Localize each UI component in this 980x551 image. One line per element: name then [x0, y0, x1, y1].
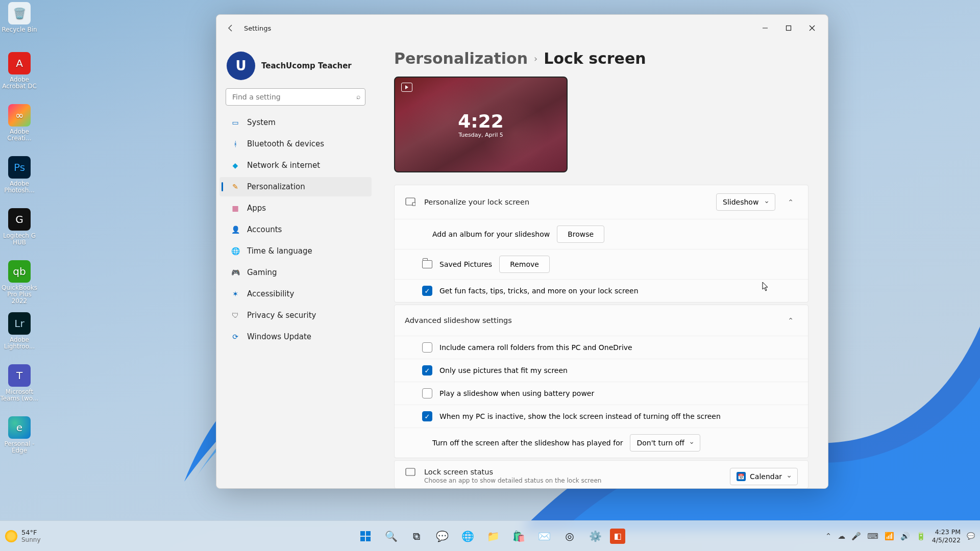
taskbar-clock[interactable]: 4:23 PM 4/5/2022 [932, 528, 961, 544]
desktop-icon-creative-cloud[interactable]: ∞Adobe Creati... [0, 104, 39, 142]
search-icon: ⌕ [356, 92, 360, 101]
nav-personalization[interactable]: ✎Personalization [219, 177, 372, 196]
svg-rect-5 [412, 203, 415, 206]
personalize-mode-dropdown[interactable]: Slideshow [716, 193, 775, 211]
app-icon[interactable]: ◎ [559, 525, 580, 547]
nav-privacy[interactable]: 🛡Privacy & security [219, 306, 372, 325]
svg-rect-6 [406, 468, 415, 475]
battery-label: Play a slideshow when using battery powe… [439, 389, 594, 397]
edge-icon[interactable]: 🌐 [457, 525, 478, 547]
advanced-card: Advanced slideshow settings ⌃ Include ca… [394, 305, 808, 458]
status-icon [405, 468, 416, 477]
preview-time: 4:22 [458, 111, 504, 132]
mail-icon[interactable]: ✉️ [533, 525, 555, 547]
fit-screen-checkbox[interactable] [422, 365, 432, 375]
settings-icon[interactable]: ⚙️ [584, 525, 606, 547]
nav-accessibility[interactable]: ✶Accessibility [219, 284, 372, 304]
taskbar: 54°FSunny 🔍 ⧉ 💬 🌐 📁 🛍️ ✉️ ◎ ⚙️ ◧ ⌃ ☁ 🎤 ⌨… [0, 520, 980, 551]
nav-bluetooth[interactable]: ᚼBluetooth & devices [219, 134, 372, 154]
search-icon[interactable]: 🔍 [380, 525, 402, 547]
store-icon[interactable]: 🛍️ [508, 525, 529, 547]
close-button[interactable] [800, 18, 824, 38]
desktop-icon-edge[interactable]: ePersonal - Edge [0, 416, 39, 454]
chevron-right-icon: › [534, 53, 537, 64]
nav-gaming[interactable]: 🎮Gaming [219, 263, 372, 282]
avatar: U [227, 52, 255, 80]
status-app-dropdown[interactable]: 📅 Calendar [730, 468, 798, 485]
preview-date: Tuesday, April 5 [458, 132, 503, 138]
start-button[interactable] [355, 525, 376, 547]
minimize-button[interactable] [753, 18, 777, 38]
search-wrapper: ⌕ [219, 88, 372, 106]
fun-facts-checkbox[interactable] [422, 286, 432, 296]
inactive-checkbox[interactable] [422, 411, 432, 421]
collapse-icon[interactable]: ⌃ [783, 195, 798, 209]
breadcrumb-current: Lock screen [544, 49, 646, 67]
turnoff-dropdown[interactable]: Don't turn off [630, 434, 700, 452]
main-content: Personalization › Lock screen 4:22 Tuesd… [375, 41, 828, 488]
status-title: Lock screen status [424, 468, 722, 476]
task-view-icon[interactable]: ⧉ [406, 525, 427, 547]
sidebar: U TeachUcomp Teacher ⌕ ▭System ᚼBluetoot… [216, 41, 375, 488]
nav-apps[interactable]: ▦Apps [219, 198, 372, 218]
back-button[interactable] [220, 18, 241, 38]
profile[interactable]: U TeachUcomp Teacher [219, 45, 372, 86]
remove-button[interactable]: Remove [499, 256, 550, 273]
personalize-card: Personalize your lock screen Slideshow ⌃… [394, 185, 808, 303]
add-album-label: Add an album for your slideshow [432, 230, 550, 238]
volume-icon[interactable]: 🔊 [900, 532, 910, 541]
language-icon[interactable]: ⌨ [867, 532, 878, 541]
nav-system[interactable]: ▭System [219, 113, 372, 132]
battery-checkbox[interactable] [422, 388, 432, 398]
calendar-icon: 📅 [737, 472, 746, 481]
nav-time[interactable]: 🌐Time & language [219, 241, 372, 261]
svg-rect-8 [366, 531, 371, 536]
camera-roll-label: Include camera roll folders from this PC… [439, 343, 632, 352]
svg-rect-1 [787, 26, 791, 31]
folder-icon [422, 260, 432, 268]
collapse-icon[interactable]: ⌃ [783, 313, 798, 328]
svg-rect-10 [366, 537, 371, 541]
desktop-icon-acrobat[interactable]: AAdobe Acrobat DC [0, 52, 39, 90]
notification-icon[interactable]: 💬 [967, 532, 975, 540]
nav-update[interactable]: ⟳Windows Update [219, 327, 372, 346]
tray-expand-icon[interactable]: ⌃ [825, 532, 832, 541]
desktop-icon-teams[interactable]: TMicrosoft Teams (wo... [0, 364, 39, 402]
search-input[interactable] [226, 88, 365, 106]
taskbar-center: 🔍 ⧉ 💬 🌐 📁 🛍️ ✉️ ◎ ⚙️ ◧ [355, 525, 625, 547]
desktop-icon-recycle-bin[interactable]: 🗑️Recycle Bin [0, 2, 39, 33]
desktop-icon-quickbooks[interactable]: qbQuickBooks Pro Plus 2022 [0, 260, 39, 305]
include-camera-roll-checkbox[interactable] [422, 342, 432, 353]
snagit-icon[interactable]: ◧ [610, 529, 625, 544]
turnoff-label: Turn off the screen after the slideshow … [432, 439, 623, 447]
browse-button[interactable]: Browse [557, 226, 604, 243]
desktop-icon-photoshop[interactable]: PsAdobe Photosh... [0, 156, 39, 194]
mouse-cursor [762, 282, 769, 292]
lock-screen-icon [405, 197, 416, 207]
explorer-icon[interactable]: 📁 [482, 525, 504, 547]
mic-icon[interactable]: 🎤 [851, 532, 861, 541]
window-title: Settings [244, 24, 271, 32]
breadcrumb-parent[interactable]: Personalization [394, 49, 528, 67]
maximize-button[interactable] [777, 18, 800, 38]
nav-accounts[interactable]: 👤Accounts [219, 220, 372, 239]
taskbar-weather[interactable]: 54°FSunny [5, 529, 41, 543]
lock-screen-preview: 4:22 Tuesday, April 5 [394, 77, 568, 172]
chat-icon[interactable]: 💬 [431, 525, 453, 547]
onedrive-icon[interactable]: ☁ [838, 532, 845, 541]
weather-icon [5, 530, 17, 542]
nav-network[interactable]: ◆Network & internet [219, 156, 372, 175]
svg-rect-9 [360, 537, 365, 541]
inactive-label: When my PC is inactive, show the lock sc… [439, 412, 721, 420]
slideshow-play-icon [401, 83, 412, 92]
taskbar-right: ⌃ ☁ 🎤 ⌨ 📶 🔊 🔋 4:23 PM 4/5/2022 💬 [825, 528, 975, 544]
titlebar: Settings [216, 15, 828, 41]
status-card: Lock screen status Choose an app to show… [394, 460, 808, 488]
desktop-icon-logitech[interactable]: GLogitech G HUB [0, 208, 39, 246]
advanced-title: Advanced slideshow settings [405, 316, 775, 324]
desktop-icon-lightroom[interactable]: LrAdobe Lightroo... [0, 312, 39, 350]
fit-screen-label: Only use pictures that fit my screen [439, 366, 568, 374]
svg-rect-7 [360, 531, 365, 536]
battery-icon[interactable]: 🔋 [916, 532, 926, 541]
wifi-icon[interactable]: 📶 [885, 532, 894, 541]
